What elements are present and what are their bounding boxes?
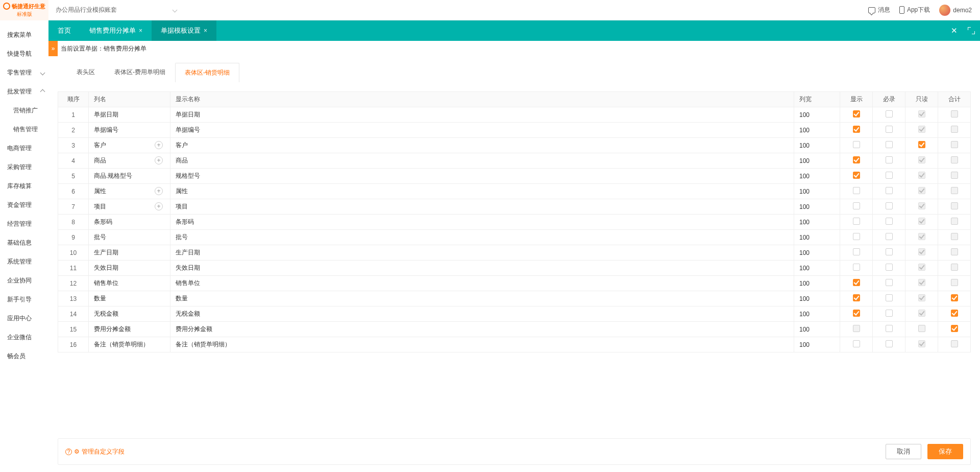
- sidebar-item[interactable]: 系统管理: [0, 252, 48, 271]
- org-selector[interactable]: 办公用品行业模拟账套: [56, 6, 177, 14]
- checkbox[interactable]: [853, 172, 860, 179]
- sidebar-item[interactable]: 应用中心: [0, 309, 48, 328]
- cell-width[interactable]: 100: [794, 291, 840, 306]
- sidebar-item[interactable]: 销售管理: [0, 120, 48, 139]
- sidebar-item[interactable]: 营销推广: [0, 101, 48, 120]
- cell-width[interactable]: 100: [794, 138, 840, 153]
- sidebar-item[interactable]: 批发管理: [0, 82, 48, 101]
- sidebar-item[interactable]: 经营管理: [0, 215, 48, 233]
- checkbox[interactable]: [886, 294, 893, 301]
- cell-display-name[interactable]: 规格型号: [170, 169, 794, 184]
- main-tab[interactable]: 销售费用分摊单×: [80, 20, 152, 41]
- sidebar-item[interactable]: 基础信息: [0, 233, 48, 252]
- cell-width[interactable]: 100: [794, 245, 840, 261]
- expand-plus-icon[interactable]: +: [155, 156, 163, 164]
- collapse-handle[interactable]: »: [48, 41, 58, 56]
- checkbox[interactable]: [853, 126, 860, 133]
- sidebar-item[interactable]: 快捷导航: [0, 44, 48, 63]
- checkbox[interactable]: [853, 279, 860, 286]
- checkbox[interactable]: [853, 218, 860, 225]
- cell-width[interactable]: 100: [794, 123, 840, 138]
- cell-display-name[interactable]: 失效日期: [170, 261, 794, 276]
- cell-width[interactable]: 100: [794, 107, 840, 123]
- checkbox[interactable]: [886, 325, 893, 332]
- cell-width[interactable]: 100: [794, 215, 840, 230]
- section-tab[interactable]: 表头区: [67, 62, 105, 82]
- expand-plus-icon[interactable]: +: [155, 187, 163, 195]
- manage-custom-fields-link[interactable]: ? 管理自定义字段: [65, 447, 125, 456]
- cell-width[interactable]: 100: [794, 184, 840, 199]
- cell-display-name[interactable]: 无税金额: [170, 306, 794, 322]
- fullscreen-button[interactable]: [963, 27, 980, 34]
- checkbox[interactable]: [886, 264, 893, 271]
- checkbox[interactable]: [886, 156, 893, 163]
- cell-display-name[interactable]: 生产日期: [170, 245, 794, 261]
- sidebar-item[interactable]: 搜索菜单: [0, 26, 48, 44]
- checkbox[interactable]: [886, 340, 893, 347]
- sidebar-item[interactable]: 企业协同: [0, 271, 48, 290]
- checkbox[interactable]: [886, 202, 893, 209]
- user-menu[interactable]: demo2: [939, 5, 972, 16]
- tab-close-icon[interactable]: ×: [139, 27, 142, 34]
- sidebar-item[interactable]: 电商管理: [0, 139, 48, 158]
- checkbox[interactable]: [951, 294, 958, 301]
- main-tab[interactable]: 单据模板设置×: [152, 20, 216, 41]
- checkbox[interactable]: [886, 218, 893, 225]
- checkbox[interactable]: [951, 310, 958, 317]
- checkbox[interactable]: [886, 141, 893, 148]
- main-tab[interactable]: 首页: [48, 20, 80, 41]
- save-button[interactable]: 保存: [927, 444, 963, 459]
- cell-width[interactable]: 100: [794, 199, 840, 215]
- cell-width[interactable]: 100: [794, 337, 840, 352]
- cell-width[interactable]: 100: [794, 276, 840, 291]
- section-tab[interactable]: 表体区-费用单明细: [105, 62, 175, 82]
- checkbox[interactable]: [853, 156, 860, 163]
- cell-display-name[interactable]: 备注（销货单明细）: [170, 337, 794, 352]
- checkbox[interactable]: [853, 233, 860, 240]
- cell-display-name[interactable]: 单据编号: [170, 123, 794, 138]
- checkbox[interactable]: [886, 110, 893, 117]
- cell-display-name[interactable]: 条形码: [170, 215, 794, 230]
- checkbox[interactable]: [951, 325, 958, 332]
- checkbox[interactable]: [853, 110, 860, 117]
- close-all-tabs-button[interactable]: [945, 26, 963, 35]
- sidebar-item[interactable]: 采购管理: [0, 158, 48, 177]
- sidebar-item[interactable]: 畅会员: [0, 347, 48, 366]
- checkbox[interactable]: [886, 248, 893, 255]
- app-download-link[interactable]: App下载: [899, 6, 930, 14]
- checkbox[interactable]: [886, 279, 893, 286]
- messages-link[interactable]: 消息: [868, 6, 890, 14]
- sidebar-item[interactable]: 零售管理: [0, 63, 48, 82]
- cell-display-name[interactable]: 项目: [170, 199, 794, 215]
- sidebar-item[interactable]: 企业微信: [0, 328, 48, 347]
- cell-width[interactable]: 100: [794, 306, 840, 322]
- expand-plus-icon[interactable]: +: [155, 141, 163, 149]
- checkbox[interactable]: [886, 126, 893, 133]
- checkbox[interactable]: [886, 172, 893, 179]
- cell-display-name[interactable]: 商品: [170, 153, 794, 169]
- cell-display-name[interactable]: 数量: [170, 291, 794, 306]
- checkbox[interactable]: [853, 141, 860, 148]
- sidebar-item[interactable]: 资金管理: [0, 196, 48, 215]
- checkbox[interactable]: [853, 202, 860, 209]
- cell-width[interactable]: 100: [794, 169, 840, 184]
- cell-display-name[interactable]: 客户: [170, 138, 794, 153]
- expand-plus-icon[interactable]: +: [155, 202, 163, 210]
- cell-display-name[interactable]: 销售单位: [170, 276, 794, 291]
- section-tab[interactable]: 表体区-销货明细: [175, 63, 239, 82]
- checkbox[interactable]: [853, 294, 860, 301]
- cell-display-name[interactable]: 属性: [170, 184, 794, 199]
- checkbox[interactable]: [918, 141, 925, 148]
- cancel-button[interactable]: 取消: [886, 444, 921, 459]
- cell-display-name[interactable]: 费用分摊金额: [170, 322, 794, 337]
- cell-width[interactable]: 100: [794, 261, 840, 276]
- sidebar-item[interactable]: 库存核算: [0, 177, 48, 196]
- checkbox[interactable]: [886, 233, 893, 240]
- sidebar-item[interactable]: 新手引导: [0, 290, 48, 309]
- checkbox[interactable]: [853, 264, 860, 271]
- checkbox[interactable]: [853, 310, 860, 317]
- checkbox[interactable]: [853, 187, 860, 194]
- tab-close-icon[interactable]: ×: [204, 27, 207, 34]
- checkbox[interactable]: [886, 187, 893, 194]
- cell-width[interactable]: 100: [794, 230, 840, 245]
